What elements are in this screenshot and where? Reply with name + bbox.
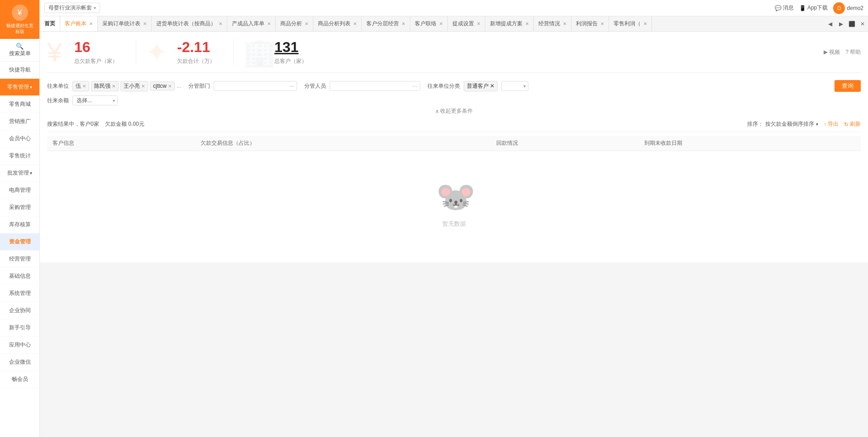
- username-label: demo2: [847, 5, 863, 11]
- tab-scroll-left-btn[interactable]: ◀: [825, 16, 835, 32]
- sidebar-item-basic-info[interactable]: 基础信息: [0, 268, 39, 285]
- main-area: 母婴行业演示帐套 ▾ 💬 消息 📱 App下载 D demo2 首页 客户账本: [40, 0, 868, 437]
- sidebar-item-app-center[interactable]: 应用中心: [0, 337, 39, 354]
- tab-ops-situation-close[interactable]: ✕: [563, 21, 566, 26]
- tab-more-btn[interactable]: ⬛: [846, 16, 857, 32]
- tab-customer-debt[interactable]: 客户账本 ✕: [60, 16, 98, 31]
- dept-filter-input[interactable]: ···: [214, 81, 297, 91]
- tab-product-analysis-close[interactable]: ✕: [305, 21, 308, 26]
- sidebar-item-new-guide[interactable]: 新手引导: [0, 319, 39, 337]
- tab-product-input-close[interactable]: ✕: [267, 21, 271, 26]
- sidebar-item-enterprise-wechat[interactable]: 企业微信: [0, 354, 39, 371]
- sidebar-item-finance-mgmt[interactable]: 资金管理: [0, 233, 39, 251]
- sidebar-item-member-center[interactable]: 会员中心: [0, 130, 39, 147]
- tab-ops-situation-label: 经营情况: [538, 20, 560, 28]
- unit-tag-cj-close[interactable]: ✕: [168, 84, 172, 89]
- unit-tag-wu-close[interactable]: ✕: [82, 84, 86, 89]
- tab-profit-report[interactable]: 利润报告 ✕: [571, 16, 609, 31]
- dept-input-dots[interactable]: ···: [289, 83, 294, 89]
- query-button[interactable]: 查询: [834, 80, 861, 92]
- refresh-btn[interactable]: ↻ 刷新: [844, 120, 861, 128]
- tab-nav-buttons: ◀ ▶ ⬛ ✕: [825, 16, 868, 32]
- tab-home[interactable]: 首页: [40, 16, 60, 31]
- sidebar-logo: ¥ 畅捷通好生意标版: [0, 0, 39, 39]
- person-filter-label: 分管人员: [304, 82, 326, 90]
- top-header-left: 母婴行业演示帐套 ▾: [44, 3, 100, 13]
- tab-remind-settings-close[interactable]: ✕: [477, 21, 480, 26]
- person-filter-input[interactable]: ···: [330, 81, 420, 91]
- help-icon: ?: [845, 49, 849, 55]
- sidebar-item-enterprise-coop[interactable]: 企业协同: [0, 302, 39, 319]
- user-area[interactable]: D demo2: [833, 2, 863, 14]
- help-label: 帮助: [850, 48, 861, 56]
- sidebar-item-retail-stats[interactable]: 零售统计: [0, 147, 39, 165]
- data-table: 客户信息 欠款交易信息（占比） 回款情况 到期未收款日期: [47, 136, 861, 151]
- unit-tag-chen[interactable]: 陈民强 ✕: [91, 81, 119, 91]
- col-repayment: 回款情况: [491, 136, 639, 151]
- tab-inventory-stats[interactable]: 进货单统计表（按商品） ✕: [152, 16, 227, 31]
- tab-purchase-order[interactable]: 采购订单统计表 ✕: [98, 16, 152, 31]
- unit-class-select-wrapper[interactable]: [501, 81, 528, 91]
- app-download-btn[interactable]: 📱 App下载: [799, 4, 828, 12]
- unit-tag-wang[interactable]: 王小亮 ✕: [120, 81, 148, 91]
- unit-class-tag-normal-close[interactable]: ✕: [490, 83, 494, 89]
- tab-purchase-order-close[interactable]: ✕: [143, 21, 147, 26]
- tab-new-achievement-close[interactable]: ✕: [525, 21, 529, 26]
- tab-customer-tier-close[interactable]: ✕: [402, 21, 405, 26]
- export-btn[interactable]: ↑ 导出: [824, 120, 839, 128]
- tab-ops-situation[interactable]: 经营情况 ✕: [534, 16, 571, 31]
- sort-select[interactable]: 排序： 按欠款金额倒序排序 ▾: [747, 120, 818, 128]
- sidebar-item-purchase-mgmt[interactable]: 采购管理: [0, 199, 39, 216]
- sidebar-search[interactable]: 🔍 搜索菜单: [0, 39, 39, 62]
- tab-product-input[interactable]: 产成品入库单 ✕: [227, 16, 276, 31]
- tab-remind-settings[interactable]: 提成设置 ✕: [448, 16, 485, 31]
- help-btn[interactable]: ? 帮助: [845, 48, 861, 56]
- message-btn[interactable]: 💬 消息: [775, 4, 794, 12]
- sidebar-item-retail-management[interactable]: 零售管理 ▾: [0, 79, 39, 96]
- sidebar-item-inventory-check[interactable]: 库存核算: [0, 216, 39, 233]
- tab-retail-profit-close[interactable]: ✕: [643, 21, 647, 26]
- tab-customer-contact[interactable]: 客户联络 ✕: [410, 16, 448, 31]
- tab-new-achievement[interactable]: 新增提成方案 ✕: [485, 16, 534, 31]
- balance-select-wrapper[interactable]: 选择...: [72, 95, 118, 105]
- sidebar-item-ops-mgmt[interactable]: 经营管理: [0, 251, 39, 268]
- unit-class-select[interactable]: [501, 81, 528, 91]
- sidebar-item-retail-mall[interactable]: 零售商城: [0, 96, 39, 113]
- unit-class-tag-normal[interactable]: 普通客户 ✕: [464, 81, 498, 91]
- video-btn[interactable]: ▶ 视频: [824, 48, 840, 56]
- unit-filter-more[interactable]: ...: [177, 83, 181, 89]
- person-input-dots[interactable]: ···: [412, 83, 417, 89]
- dept-input-field[interactable]: [214, 81, 297, 90]
- col-debt-info: 欠款交易信息（占比）: [195, 136, 491, 151]
- tab-customer-contact-close[interactable]: ✕: [439, 21, 443, 26]
- tab-close-all-btn[interactable]: ✕: [857, 16, 868, 32]
- tab-product-analysis-list[interactable]: 商品分析列表 ✕: [313, 16, 362, 31]
- sidebar-item-vip-member[interactable]: 畅会员: [0, 371, 39, 388]
- tab-inventory-stats-close[interactable]: ✕: [219, 21, 222, 26]
- sidebar-item-system-mgmt[interactable]: 系统管理: [0, 285, 39, 302]
- industry-selector[interactable]: 母婴行业演示帐套 ▾: [44, 3, 100, 13]
- empty-state: 🐭 暂无数据: [47, 151, 861, 255]
- tab-product-analysis-list-close[interactable]: ✕: [353, 21, 357, 26]
- sidebar-item-marketing[interactable]: 营销推广: [0, 113, 39, 130]
- collapse-btn[interactable]: ∧ 收起更多条件: [435, 107, 473, 115]
- balance-select[interactable]: 选择...: [72, 95, 118, 105]
- sidebar-item-wholesale-mgmt[interactable]: 批发管理 ▾: [0, 165, 39, 182]
- tab-scroll-right-btn[interactable]: ▶: [835, 16, 846, 32]
- unit-tag-wang-close[interactable]: ✕: [141, 84, 145, 89]
- unit-tag-chen-close[interactable]: ✕: [112, 84, 115, 89]
- tab-retail-profit[interactable]: 零售利润（ ✕: [609, 16, 652, 31]
- filter-row2: 往来余额 选择...: [47, 95, 861, 105]
- total-customers-bg-icon: 🏢: [243, 36, 277, 68]
- tab-profit-report-close[interactable]: ✕: [600, 21, 604, 26]
- debt-total-bg-icon: ✦: [145, 36, 168, 68]
- collapse-label: 收起更多条件: [440, 107, 473, 115]
- person-input-field[interactable]: [330, 81, 420, 90]
- sidebar-item-quick-nav[interactable]: 快捷导航: [0, 62, 39, 79]
- tab-customer-tier[interactable]: 客户分层经营 ✕: [362, 16, 410, 31]
- tab-product-analysis[interactable]: 商品分析 ✕: [276, 16, 313, 31]
- sidebar-item-ecommerce-mgmt[interactable]: 电商管理: [0, 182, 39, 199]
- unit-tag-wu[interactable]: 伍 ✕: [72, 81, 89, 91]
- unit-tag-cj[interactable]: cjttcw ✕: [150, 81, 175, 90]
- tab-customer-debt-close[interactable]: ✕: [89, 21, 93, 26]
